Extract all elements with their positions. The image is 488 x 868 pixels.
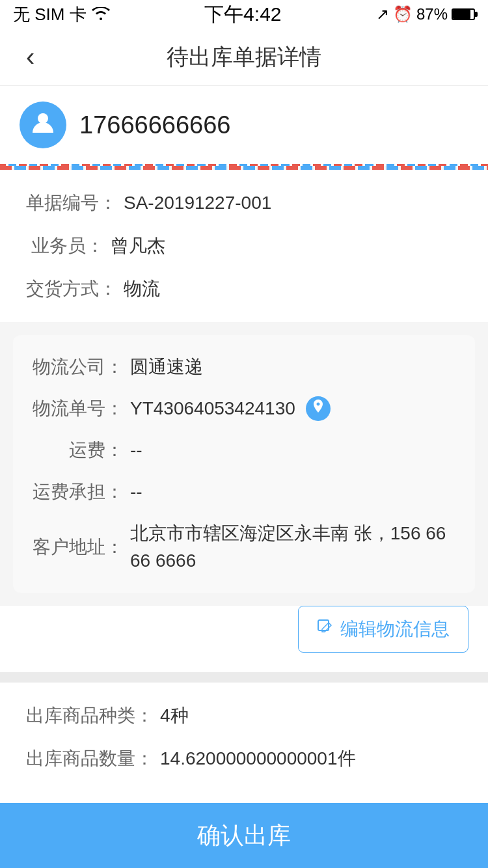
- alarm-icon: ⏰: [393, 5, 413, 23]
- tracking-location-icon[interactable]: [306, 396, 331, 421]
- freight-bearer-row: 运费承担： --: [33, 478, 455, 506]
- status-left: 无 SIM 卡: [13, 3, 110, 26]
- salesman-row: 业务员： 曾凡杰: [26, 232, 462, 260]
- delivery-value: 物流: [124, 275, 462, 303]
- nav-bar: ‹ 待出库单据详情: [0, 29, 488, 86]
- phone-number: 17666666666: [79, 111, 230, 139]
- address-value: 北京市市辖区海淀区永丰南 张，156 6666 6666: [130, 520, 455, 575]
- tracking-value: YT43064053424130: [130, 395, 295, 422]
- phone-header: 17666666666: [0, 86, 488, 166]
- freight-bearer-value: --: [130, 478, 455, 506]
- edit-icon: [317, 619, 334, 640]
- edit-logistics-button[interactable]: 编辑物流信息: [298, 606, 468, 653]
- avatar: [20, 102, 66, 148]
- tracking-value-container: YT43064053424130: [130, 395, 455, 422]
- logistics-company-row: 物流公司： 圆通速递: [33, 353, 455, 381]
- delivery-row: 交货方式： 物流: [26, 275, 462, 303]
- map-pin-icon: [312, 398, 325, 420]
- page-title: 待出库单据详情: [167, 42, 321, 72]
- basic-info-section: 单据编号： SA-20191227-001 业务员： 曾凡杰 交货方式： 物流: [0, 170, 488, 322]
- goods-type-row: 出库商品种类： 4种: [26, 702, 462, 729]
- order-no-row: 单据编号： SA-20191227-001: [26, 189, 462, 217]
- user-icon: [30, 109, 56, 141]
- address-label: 客户地址：: [33, 534, 130, 561]
- section-divider: [0, 672, 488, 683]
- status-right: ↗ ⏰ 87%: [376, 5, 475, 23]
- status-bar: 无 SIM 卡 下午4:42 ↗ ⏰ 87%: [0, 0, 488, 29]
- back-button[interactable]: ‹: [20, 36, 41, 78]
- battery-icon: [452, 8, 475, 20]
- address-row: 客户地址： 北京市市辖区海淀区永丰南 张，156 6666 6666: [33, 520, 455, 575]
- edit-logistics-label: 编辑物流信息: [340, 617, 450, 642]
- goods-section: 出库商品种类： 4种 出库商品数量： 14.620000000000001件: [0, 683, 488, 792]
- edit-btn-container: 编辑物流信息: [0, 606, 488, 672]
- tracking-row: 物流单号： YT43064053424130: [33, 395, 455, 422]
- freight-row: 运费： --: [33, 437, 455, 464]
- goods-type-value: 4种: [160, 702, 462, 729]
- order-no-value: SA-20191227-001: [124, 189, 462, 217]
- logistics-company-label: 物流公司：: [33, 353, 130, 381]
- tracking-label: 物流单号：: [33, 395, 130, 422]
- carrier-text: 无 SIM 卡: [13, 3, 87, 26]
- goods-quantity-value: 14.620000000000001件: [160, 745, 462, 772]
- confirm-outbound-button[interactable]: 确认出库: [0, 803, 488, 868]
- svg-point-0: [38, 113, 48, 124]
- logistics-card: 物流公司： 圆通速递 物流单号： YT43064053424130 运费： --: [13, 335, 475, 593]
- wifi-icon: [92, 5, 110, 25]
- status-time: 下午4:42: [204, 1, 281, 28]
- goods-quantity-label: 出库商品数量：: [26, 745, 160, 772]
- delivery-label: 交货方式：: [26, 275, 124, 303]
- confirm-btn-label: 确认出库: [197, 820, 291, 852]
- salesman-label: 业务员：: [26, 232, 111, 260]
- logistics-company-value: 圆通速递: [130, 353, 455, 381]
- battery-text: 87%: [416, 5, 448, 23]
- goods-type-label: 出库商品种类：: [26, 702, 160, 729]
- freight-label: 运费：: [33, 437, 130, 464]
- freight-bearer-label: 运费承担：: [33, 478, 130, 506]
- goods-quantity-row: 出库商品数量： 14.620000000000001件: [26, 745, 462, 772]
- salesman-value: 曾凡杰: [111, 232, 462, 260]
- location-status-icon: ↗: [376, 5, 389, 23]
- freight-value: --: [130, 437, 455, 464]
- order-no-label: 单据编号：: [26, 189, 124, 217]
